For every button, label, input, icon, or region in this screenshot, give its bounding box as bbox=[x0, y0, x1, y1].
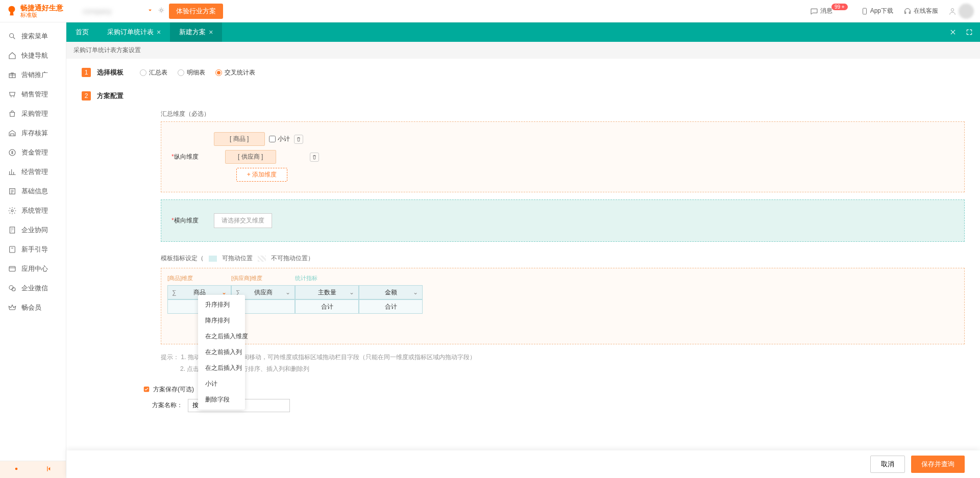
crown-icon bbox=[8, 304, 16, 312]
sidebar-item-label: 基础信息 bbox=[21, 187, 48, 196]
radio-detail[interactable]: 明细表 bbox=[178, 68, 205, 77]
legend-drag-label: 可拖动位置 bbox=[222, 254, 253, 263]
sidebar-item-purchase[interactable]: 采购管理 bbox=[0, 104, 66, 123]
sidebar-item-basic[interactable]: 基础信息 bbox=[0, 182, 66, 201]
wechat-icon bbox=[8, 284, 16, 292]
sidebar-item-collab[interactable]: 企业协同 bbox=[0, 220, 66, 240]
menu-insert-col-after[interactable]: 在之后插入列 bbox=[198, 360, 245, 376]
indicator-legend: 模板指标设定（ 可拖动位置 不可拖动位置） bbox=[161, 254, 965, 263]
close-icon[interactable]: × bbox=[157, 28, 161, 36]
sidebar-item-label: 采购管理 bbox=[21, 109, 48, 118]
sidebar-collapse-button[interactable] bbox=[33, 461, 66, 478]
radio-summary[interactable]: 汇总表 bbox=[140, 68, 167, 77]
chip-supplier[interactable]: [ 供应商 ] bbox=[225, 150, 276, 164]
sidebar-settings-button[interactable] bbox=[0, 461, 33, 478]
search-icon bbox=[8, 32, 16, 40]
header-right: 消息 99 + App下载 在线客服 bbox=[810, 4, 974, 19]
col-head-qty[interactable]: 主数量⌄ bbox=[295, 285, 359, 299]
app-download-link[interactable]: App下载 bbox=[861, 7, 893, 15]
content: 1 选择模板 汇总表 明细表 交叉统计表 2 方案配置 汇总维度（必选） *纵向… bbox=[66, 59, 980, 478]
close-icon[interactable]: × bbox=[209, 28, 213, 36]
cross-dim-select[interactable]: 请选择交叉维度 bbox=[214, 213, 272, 228]
sidebar-item-label: 系统管理 bbox=[21, 206, 48, 215]
delete-icon[interactable] bbox=[310, 153, 319, 162]
sidebar-item-search[interactable]: 搜索菜单 bbox=[0, 27, 66, 46]
tab-home[interactable]: 首页 bbox=[66, 22, 98, 42]
main: 首页 采购订单统计表× 新建方案× 采购订单统计表方案设置 1 选择模板 汇总表… bbox=[66, 22, 980, 478]
cancel-button[interactable]: 取消 bbox=[870, 456, 905, 473]
radio-label: 汇总表 bbox=[149, 68, 167, 77]
check-icon bbox=[143, 386, 150, 393]
col-head-label: 金额 bbox=[385, 288, 397, 297]
sidebar-item-label: 企业微信 bbox=[21, 284, 48, 293]
delete-icon[interactable] bbox=[294, 135, 303, 144]
sidebar-item-wechat[interactable]: 企业微信 bbox=[0, 279, 66, 298]
sidebar-item-business[interactable]: 经营管理 bbox=[0, 162, 66, 182]
radio-cross[interactable]: 交叉统计表 bbox=[215, 68, 255, 77]
chart-icon bbox=[8, 168, 16, 176]
step1-bar: 1 选择模板 汇总表 明细表 交叉统计表 bbox=[66, 63, 980, 82]
menu-delete-field[interactable]: 删除字段 bbox=[198, 392, 245, 408]
list-icon bbox=[8, 187, 16, 195]
sidebar-item-label: 搜索菜单 bbox=[21, 32, 48, 41]
sidebar-item-inventory[interactable]: 库存核算 bbox=[0, 123, 66, 143]
phone-icon bbox=[861, 7, 868, 15]
grid-icon bbox=[8, 265, 16, 273]
menu-subtotal[interactable]: 小计 bbox=[198, 376, 245, 392]
tab-new-plan[interactable]: 新建方案× bbox=[170, 22, 222, 42]
tab-fullscreen-button[interactable] bbox=[963, 26, 976, 39]
chip-product[interactable]: [ 商品 ] bbox=[214, 132, 265, 146]
menu-insert-dim-after[interactable]: 在之后插入维度 bbox=[198, 329, 245, 344]
messages-label: 消息 bbox=[820, 7, 832, 15]
vertical-dim-box: *纵向维度 [ 商品 ] 小计 [ 供应商 ] bbox=[161, 121, 965, 192]
app-download-label: App下载 bbox=[870, 7, 893, 15]
step1-title: 选择模板 bbox=[97, 68, 124, 77]
sidebar-footer bbox=[0, 461, 66, 478]
menu-sort-desc[interactable]: 降序排列 bbox=[198, 313, 245, 329]
vertical-dim-label: *纵向维度 bbox=[172, 153, 199, 161]
step-badge-1: 1 bbox=[82, 68, 91, 77]
sidebar-item-marketing[interactable]: 营销推广 bbox=[0, 65, 66, 85]
sidebar-item-sales[interactable]: 销售管理 bbox=[0, 85, 66, 104]
tab-purchase-stats[interactable]: 采购订单统计表× bbox=[98, 22, 170, 42]
menu-insert-col-before[interactable]: 在之前插入列 bbox=[198, 344, 245, 360]
save-query-button[interactable]: 保存并查询 bbox=[911, 456, 965, 473]
legend-box-draggable bbox=[209, 256, 217, 262]
tab-close-button[interactable] bbox=[946, 26, 960, 39]
sidebar-item-label: 资金管理 bbox=[21, 148, 48, 157]
sidebar-item-label: 库存核算 bbox=[21, 129, 48, 138]
col-head-label: 主数量 bbox=[318, 288, 336, 297]
column-context-menu: 升序排列 降序排列 在之后插入维度 在之前插入列 在之后插入列 小计 删除字段 bbox=[198, 295, 245, 410]
gear-icon[interactable] bbox=[158, 7, 165, 15]
sidebar-item-nav[interactable]: 快捷导航 bbox=[0, 46, 66, 65]
chip-add-dimension[interactable]: 添加维度 bbox=[236, 168, 287, 182]
menu-sort-asc[interactable]: 升序排列 bbox=[198, 297, 245, 313]
trial-button[interactable]: 体验行业方案 bbox=[169, 4, 223, 19]
messages-link[interactable]: 消息 99 + bbox=[810, 7, 851, 15]
sidebar-item-apps[interactable]: 应用中心 bbox=[0, 259, 66, 279]
sidebar-item-guide[interactable]: 新手引导 bbox=[0, 240, 66, 259]
horizontal-dim-box: *横向维度 请选择交叉维度 bbox=[161, 199, 965, 242]
chevron-down-icon: ⌄ bbox=[413, 289, 418, 296]
sidebar-item-system[interactable]: 系统管理 bbox=[0, 201, 66, 220]
save-title: 方案保存(可选) bbox=[153, 385, 194, 394]
save-name-row: 方案名称： bbox=[152, 399, 965, 412]
building-icon bbox=[8, 226, 16, 234]
dim-tree: [ 商品 ] 小计 [ 供应商 ] 添加维度 bbox=[214, 132, 319, 182]
radio-label: 明细表 bbox=[187, 68, 205, 77]
svg-rect-7 bbox=[10, 227, 14, 233]
total-cell-amount: 合计 bbox=[359, 299, 423, 314]
legend-box-nondraggable bbox=[258, 256, 266, 262]
user-avatar[interactable] bbox=[948, 4, 974, 19]
warehouse-icon bbox=[8, 129, 16, 137]
online-service-link[interactable]: 在线客服 bbox=[903, 7, 938, 15]
sidebar-item-finance[interactable]: 资金管理 bbox=[0, 143, 66, 162]
sidebar-item-label: 新手引导 bbox=[21, 245, 48, 254]
sidebar-item-member[interactable]: 畅会员 bbox=[0, 298, 66, 317]
col-label-product: [商品]维度 bbox=[167, 274, 231, 282]
sidebar-item-label: 企业协同 bbox=[21, 225, 48, 235]
company-selector[interactable]: company 体验行业方案 bbox=[78, 4, 223, 19]
col-head-amount[interactable]: 金额⌄ bbox=[359, 285, 423, 299]
svg-point-2 bbox=[10, 34, 14, 38]
subtotal-checkbox[interactable]: 小计 bbox=[269, 135, 290, 143]
